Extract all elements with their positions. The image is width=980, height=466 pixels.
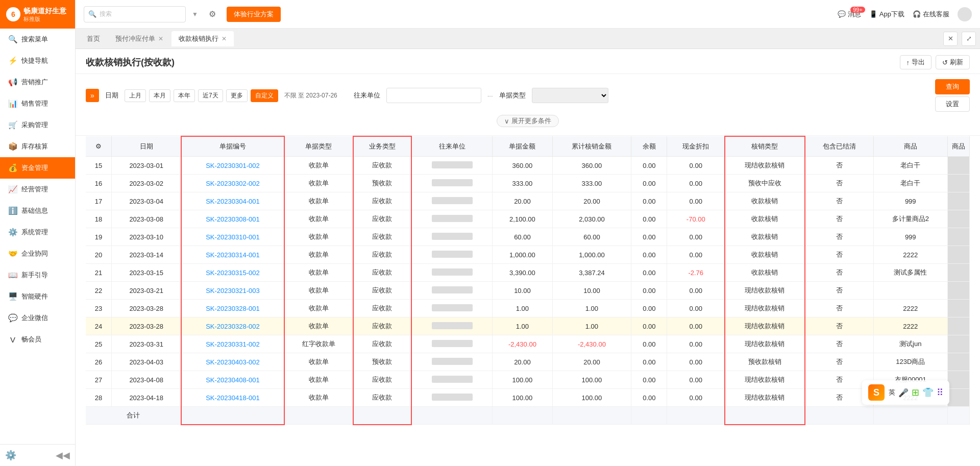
user-avatar[interactable] [958, 7, 972, 21]
voucher-type-select[interactable] [532, 88, 608, 103]
tabs-controls: ✕ ⤢ [943, 32, 976, 46]
more-date-btn[interactable]: 更多 [226, 89, 248, 102]
sidebar-nav: 🔍搜索菜单⚡快捷导航📢营销推广📊销售管理🛒采购管理📦库存核算💰资金管理📈经营管理… [0, 29, 75, 444]
filter-toggle-btn[interactable]: » [86, 89, 99, 102]
sidebar-item-8[interactable]: ℹ️基础信息 [0, 200, 75, 222]
cell-voucher-type: 收款单 [284, 300, 353, 317]
cell-accumulated: 3,387.24 [552, 264, 631, 282]
table-row: 25 2023-03-31 SK-20230331-002 红字收款单 应收款 … [86, 335, 970, 353]
sidebar-icon-3: 📊 [8, 99, 17, 108]
voucher-link[interactable]: SK-20230321-003 [206, 287, 260, 295]
sidebar-label-10: 企业协同 [21, 249, 48, 258]
expand-icon: ∨ [504, 117, 509, 125]
sidebar-item-7[interactable]: 📈经营管理 [0, 179, 75, 200]
settings-button[interactable]: 设置 [935, 96, 970, 112]
sidebar-item-0[interactable]: 🔍搜索菜单 [0, 29, 75, 50]
filter-row: » 日期 上月 本月 本年 近7天 更多 自定义 不限 至 2023-07-26… [86, 79, 970, 112]
voucher-link[interactable]: SK-20230315-002 [206, 269, 260, 277]
sidebar-item-1[interactable]: ⚡快捷导航 [0, 50, 75, 71]
cell-no: 28 [86, 389, 111, 407]
sidebar-item-12[interactable]: 🖥️智能硬件 [0, 286, 75, 307]
voucher-link[interactable]: SK-20230308-001 [206, 215, 260, 223]
sidebar-item-14[interactable]: V畅会员 [0, 329, 75, 350]
sidebar-item-3[interactable]: 📊销售管理 [0, 93, 75, 114]
sidebar-label-0: 搜索菜单 [21, 35, 48, 44]
cell-date: 2023-03-28 [111, 317, 181, 335]
voucher-link[interactable]: SK-20230328-001 [206, 305, 260, 312]
cell-voucher-type: 收款单 [284, 246, 353, 264]
search-box[interactable]: 🔍 搜索 [84, 6, 186, 22]
voucher-link[interactable]: SK-20230408-001 [206, 376, 260, 384]
refresh-button[interactable]: ↺ 刷新 [936, 55, 970, 69]
cell-discount: 0.00 [667, 175, 725, 192]
sidebar-icon-14: V [8, 335, 17, 344]
topbar: 🔍 搜索 ▼ ⚙ 体验行业方案 💬 消息 99+ 📱 App下载 🎧 在线客服 [76, 0, 980, 29]
solution-button[interactable]: 体验行业方案 [227, 7, 281, 22]
cell-write-off-type: 收款核销 [725, 210, 804, 228]
cell-voucher-no: SK-20230403-002 [181, 353, 284, 371]
col-settings[interactable]: ⚙ [86, 136, 111, 157]
this-month-btn[interactable]: 本月 [149, 89, 170, 102]
voucher-link[interactable]: SK-20230301-002 [206, 162, 260, 169]
tab-2[interactable]: 收款核销执行✕ [172, 31, 234, 46]
sidebar-item-11[interactable]: 📖新手引导 [0, 264, 75, 286]
dropdown-arrow[interactable]: ▼ [192, 11, 198, 18]
app-download-btn[interactable]: 📱 App下载 [869, 10, 904, 19]
cell-voucher-type: 收款单 [284, 389, 353, 407]
cell-no: 17 [86, 192, 111, 210]
cell-balance: 0.00 [631, 228, 667, 246]
voucher-link[interactable]: SK-20230314-001 [206, 251, 260, 259]
voucher-link[interactable]: SK-20230310-001 [206, 233, 260, 241]
cell-product2 [948, 157, 970, 175]
sidebar-item-2[interactable]: 📢营销推广 [0, 71, 75, 93]
search-icon: 🔍 [88, 10, 96, 18]
col-discount: 现金折扣 [667, 136, 725, 157]
expand-more-btn[interactable]: ∨ 展开更多条件 [497, 115, 559, 127]
col-voucher-type: 单据类型 [284, 136, 353, 157]
query-button[interactable]: 查询 [935, 79, 970, 94]
cell-counterparty [411, 317, 493, 335]
close-tab-btn[interactable]: ✕ [943, 32, 958, 46]
sidebar-item-5[interactable]: 📦库存核算 [0, 136, 75, 157]
cell-product2 [948, 264, 970, 282]
cell-write-off-type: 现结收款核销 [725, 389, 804, 407]
expand-row: ∨ 展开更多条件 [86, 112, 970, 130]
tab-0[interactable]: 首页 [80, 31, 107, 46]
gear-icon[interactable]: ⚙ [204, 6, 220, 22]
online-service-btn[interactable]: 🎧 在线客服 [913, 10, 949, 19]
export-button[interactable]: ↑ 导出 [900, 55, 932, 69]
cell-biz-type: 应收款 [353, 210, 411, 228]
this-year-btn[interactable]: 本年 [174, 89, 195, 102]
collapse-icon[interactable]: ◀◀ [56, 450, 70, 461]
cell-biz-type: 应收款 [353, 371, 411, 389]
last-7days-btn[interactable]: 近7天 [198, 89, 223, 102]
voucher-type-label: 单据类型 [499, 91, 526, 100]
cell-amount: 1.00 [493, 300, 552, 317]
voucher-link[interactable]: SK-20230328-002 [206, 323, 260, 330]
cell-date: 2023-03-02 [111, 175, 181, 192]
tab-close-2[interactable]: ✕ [222, 35, 227, 42]
sidebar-item-13[interactable]: 💬企业微信 [0, 307, 75, 329]
custom-date-btn[interactable]: 自定义 [251, 89, 278, 102]
voucher-link[interactable]: SK-20230403-002 [206, 358, 260, 366]
settings-icon[interactable]: ⚙️ [5, 450, 16, 461]
sidebar-item-9[interactable]: ⚙️系统管理 [0, 222, 75, 243]
voucher-link[interactable]: SK-20230418-001 [206, 394, 260, 402]
sidebar-item-4[interactable]: 🛒采购管理 [0, 114, 75, 136]
cell-amount: 1,000.00 [493, 246, 552, 264]
expand-tab-btn[interactable]: ⤢ [962, 32, 976, 46]
voucher-link[interactable]: SK-20230331-002 [206, 340, 260, 348]
counterparty-input[interactable] [386, 88, 481, 103]
tab-close-1[interactable]: ✕ [158, 35, 163, 42]
cell-voucher-type: 收款单 [284, 228, 353, 246]
voucher-link[interactable]: SK-20230304-001 [206, 198, 260, 205]
message-btn[interactable]: 💬 消息 99+ [838, 10, 861, 19]
tab-1[interactable]: 预付冲应付单✕ [108, 31, 170, 46]
cell-voucher-no: SK-20230321-003 [181, 282, 284, 300]
sidebar-item-6[interactable]: 💰资金管理 [0, 157, 75, 179]
last-month-btn[interactable]: 上月 [125, 89, 146, 102]
voucher-link[interactable]: SK-20230302-002 [206, 180, 260, 187]
cell-no: 27 [86, 371, 111, 389]
sidebar-item-10[interactable]: 🤝企业协同 [0, 243, 75, 264]
sidebar-label-11: 新手引导 [21, 271, 48, 280]
